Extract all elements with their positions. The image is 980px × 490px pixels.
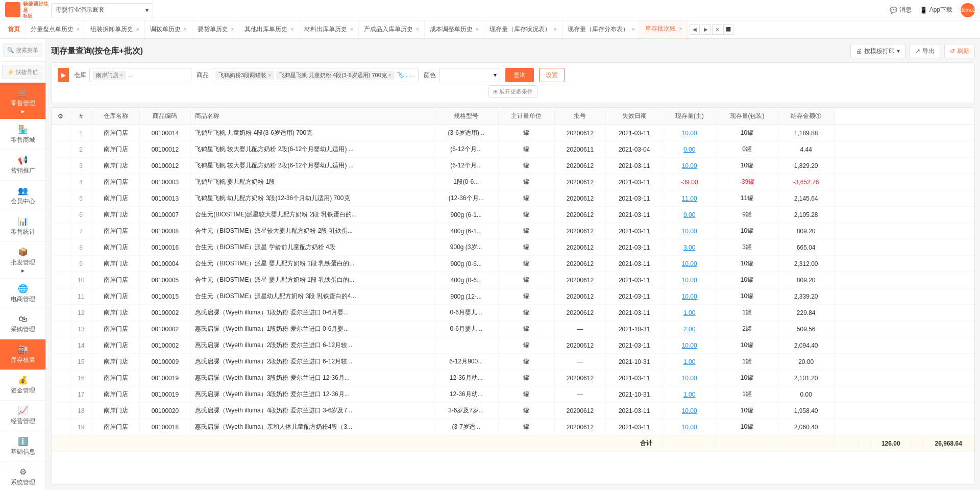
tab-close-productin[interactable]: × bbox=[416, 27, 419, 32]
td-2: 南岸门店 bbox=[92, 386, 139, 403]
td-checkbox bbox=[52, 337, 70, 354]
td-9[interactable]: 10.00 bbox=[663, 158, 716, 174]
td-9[interactable]: 1.00 bbox=[663, 354, 716, 370]
table-row: 3南岸门店00100012飞鹤星飞帆 较大婴儿配方奶粉 2段(6-12个月婴幼儿… bbox=[52, 158, 974, 174]
td-9[interactable]: 10.00 bbox=[663, 272, 716, 288]
td-9[interactable]: 9.00 bbox=[663, 207, 716, 223]
tab-close-split[interactable]: × bbox=[77, 27, 80, 32]
tab-invdist[interactable]: 现存量（库存分布表） × bbox=[562, 20, 641, 39]
td-6: 罐 bbox=[498, 337, 554, 354]
td-9[interactable]: 1.00 bbox=[663, 305, 716, 321]
sidebar-item-finance[interactable]: 💰 资金管理 bbox=[0, 370, 45, 401]
nav-next-btn[interactable]: ▶ bbox=[701, 24, 711, 35]
filter-area: ▶ 仓库 南岸门店 × ... 商品 bbox=[51, 62, 975, 103]
sidebar-item-basic-info[interactable]: ℹ️ 基础信息 bbox=[0, 431, 45, 462]
tab-close-disassemble[interactable]: × bbox=[136, 27, 139, 32]
sidebar-item-members[interactable]: 👥 会员中心 bbox=[0, 181, 45, 211]
summary-td-0 bbox=[52, 435, 70, 452]
quick-nav-btn[interactable]: ⚡ 快捷导航 bbox=[2, 65, 43, 79]
message-btn[interactable]: 💬 消息 bbox=[890, 6, 912, 14]
td-9[interactable]: 3.00 bbox=[663, 239, 716, 256]
td-9[interactable]: 1.00 bbox=[663, 386, 716, 403]
td-6: 罐 bbox=[498, 223, 554, 239]
sidebar-item-wholesale[interactable]: 📦 批发管理 ▶ bbox=[0, 242, 45, 279]
td-6: 罐 bbox=[498, 256, 554, 272]
expand-more-btn[interactable]: ⊞ 展开更多条件 bbox=[488, 85, 537, 97]
sidebar-item-sys-mgmt[interactable]: ⚙ 系统管理 bbox=[0, 462, 45, 490]
th-settings[interactable]: ⚙ bbox=[52, 108, 70, 125]
sidebar-item-retail-stats[interactable]: 📊 零售统计 bbox=[0, 211, 45, 242]
tab-requisition[interactable]: 要货单历史 × bbox=[192, 20, 240, 39]
td-9[interactable]: 10.00 bbox=[663, 125, 716, 141]
td-11: 2,312.00 bbox=[778, 256, 834, 272]
sidebar-item-purchase[interactable]: 🛍 采购管理 bbox=[0, 309, 45, 339]
tab-otherout[interactable]: 其他出库单历史 × bbox=[239, 20, 299, 39]
sidebar-item-retail-shop[interactable]: 🏪 零售商城 bbox=[0, 119, 45, 150]
td-9[interactable]: 10.00 bbox=[663, 256, 716, 272]
industry-select[interactable]: 母婴行业演示账套 ▾ bbox=[51, 3, 153, 17]
td-9[interactable]: 10.00 bbox=[663, 223, 716, 239]
tab-batchquery[interactable]: 库存批次账 × bbox=[640, 20, 688, 39]
tab-disassemble[interactable]: 组装拆卸单历史 × bbox=[85, 20, 145, 39]
nav-close-all-btn[interactable]: × bbox=[712, 24, 722, 35]
warehouse-tag-close-1[interactable]: × bbox=[120, 72, 123, 78]
tab-pick[interactable]: 调拨单历史 × bbox=[145, 20, 192, 39]
td-11: 2,060.40 bbox=[778, 419, 834, 435]
tab-close-costadj[interactable]: × bbox=[476, 27, 479, 32]
settings-btn[interactable]: 设置 bbox=[539, 68, 565, 82]
tab-close-requisition[interactable]: × bbox=[231, 27, 234, 32]
color-input[interactable]: ▾ bbox=[439, 68, 500, 82]
query-btn[interactable]: 查询 bbox=[505, 68, 534, 82]
print-btn[interactable]: 🖨 按模板打印 ▾ bbox=[850, 44, 905, 58]
tab-costadj[interactable]: 成本调整单历史 × bbox=[425, 20, 484, 39]
td-7: 20200612 bbox=[554, 174, 606, 190]
filter-expand-btn[interactable]: ▶ bbox=[58, 68, 69, 82]
td-9[interactable]: 10.00 bbox=[663, 403, 716, 419]
nav-menu-btn[interactable]: ⬛ bbox=[723, 24, 733, 35]
td-9[interactable]: 11.00 bbox=[663, 190, 716, 207]
td-8: 2021-03-11 bbox=[606, 207, 663, 223]
product-tag-close-1[interactable]: × bbox=[268, 72, 271, 78]
td-9[interactable]: 0.00 bbox=[663, 141, 716, 158]
nav-prev-btn[interactable]: ◀ bbox=[690, 24, 700, 35]
td-11: 1,829.20 bbox=[778, 158, 834, 174]
td-9[interactable]: 10.00 bbox=[663, 288, 716, 305]
user-avatar-btn[interactable]: demo2 bbox=[961, 3, 975, 17]
sidebar-item-ecommerce[interactable]: 🌐 电商管理 bbox=[0, 279, 45, 309]
tab-home[interactable]: 首页 bbox=[3, 20, 26, 39]
td-3: 00100002 bbox=[139, 321, 191, 337]
sidebar-item-business-mgmt[interactable]: 📈 经营管理 bbox=[0, 401, 45, 431]
td-5: (12-36个月... bbox=[434, 190, 498, 207]
td-10: 3罐 bbox=[716, 239, 778, 256]
tab-close-materialout[interactable]: × bbox=[350, 27, 353, 32]
sidebar-item-retail-mgmt[interactable]: 🛒 零售管理 ▶ bbox=[0, 83, 45, 119]
export-btn[interactable]: ↗ 导出 bbox=[910, 44, 940, 58]
td-8: 2021-03-11 bbox=[606, 256, 663, 272]
sidebar-item-marketing[interactable]: 📢 营销推广 bbox=[0, 150, 45, 181]
warehouse-input[interactable]: 南岸门店 × ... bbox=[89, 68, 191, 82]
chevron-down-icon-color: ▾ bbox=[494, 71, 497, 79]
td-1: 17 bbox=[70, 386, 92, 403]
tab-close-pick[interactable]: × bbox=[184, 27, 187, 32]
basic-info-icon: ℹ️ bbox=[18, 436, 28, 446]
td-9[interactable]: 10.00 bbox=[663, 419, 716, 435]
td-9[interactable]: 10.00 bbox=[663, 337, 716, 354]
app-download-btn[interactable]: 📱 App下载 bbox=[920, 6, 952, 14]
refresh-btn[interactable]: ↺ 刷新 bbox=[944, 44, 975, 58]
td-9[interactable]: 10.00 bbox=[663, 370, 716, 386]
tab-close-invstatus[interactable]: × bbox=[554, 27, 557, 32]
tab-invstatus[interactable]: 现存量（库存状况表） × bbox=[484, 20, 562, 39]
table-row: 10南岸门店00100005合生元（BIOSTIME）派星 婴儿配方奶粉 1段 … bbox=[52, 272, 974, 288]
search-menu-btn[interactable]: 🔍 搜索英单 bbox=[3, 43, 42, 57]
tab-productin[interactable]: 产成品入库单历史 × bbox=[359, 20, 425, 39]
td-9[interactable]: 2.00 bbox=[663, 321, 716, 337]
tab-materialout[interactable]: 材料出库单历史 × bbox=[299, 20, 359, 39]
product-tag-close-2[interactable]: × bbox=[388, 72, 391, 78]
tab-close-otherout[interactable]: × bbox=[290, 27, 293, 32]
td-4: 惠氏启脲（Wyeth illuma）1段奶粉 爱尔兰进口 0-6月婴... bbox=[191, 321, 434, 337]
tab-close-invdist[interactable]: × bbox=[632, 27, 635, 32]
tab-split[interactable]: 分量盘点单历史 × bbox=[26, 20, 85, 39]
product-input[interactable]: 飞鹤奶粉3段两罐装 × 飞鹤星飞帆 儿童奶粉 4段(3-6岁适用) 700克 ×… bbox=[212, 68, 419, 82]
tab-close-batchquery[interactable]: × bbox=[679, 26, 682, 32]
sidebar-item-inventory[interactable]: 🏭 库存核算 bbox=[0, 339, 45, 370]
